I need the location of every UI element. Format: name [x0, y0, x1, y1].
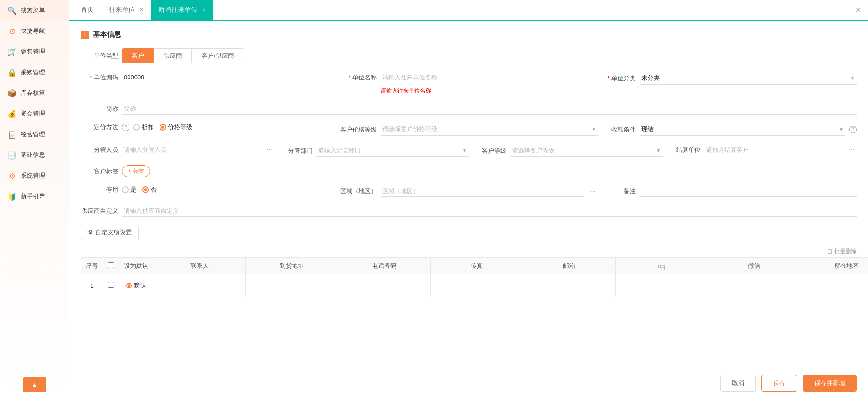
region-dots-btn[interactable]: ···: [588, 187, 598, 195]
td-region: [800, 274, 868, 297]
sidebar-item-finance[interactable]: 💰 资金管理: [0, 103, 69, 124]
th-contact: 联系人: [153, 258, 246, 274]
row-tags: 客户标签 + 标签: [81, 165, 857, 177]
sidebar-item-sales[interactable]: 🛒 销售管理: [0, 41, 69, 62]
disabled-radio-no[interactable]: 否: [142, 186, 157, 194]
th-email: 邮箱: [523, 258, 616, 274]
main-area: 首页 往来单位 × 新增往来单位 × × F 基本信息 单位类型 客户 供应商 …: [69, 0, 868, 396]
close-all-tabs[interactable]: ×: [852, 3, 864, 17]
td-qq: [616, 274, 708, 297]
wechat-input[interactable]: [713, 280, 795, 291]
name-label: 单位名称: [339, 73, 377, 82]
email-input[interactable]: [528, 280, 610, 291]
settlement-input[interactable]: [704, 144, 843, 155]
sidebar-item-inventory[interactable]: 📦 库存核算: [0, 83, 69, 103]
department-label: 分管部门: [275, 147, 312, 155]
shortname-input[interactable]: [122, 103, 857, 115]
fax-input[interactable]: [435, 280, 518, 291]
default-radio[interactable]: [126, 283, 132, 288]
tab-new-contact-close[interactable]: ×: [202, 7, 206, 13]
sidebar-item-operations[interactable]: 📋 经营管理: [0, 124, 69, 145]
region-input[interactable]: [381, 186, 584, 197]
sidebar-sales-label: 销售管理: [21, 47, 45, 56]
sidebar-item-basic-info[interactable]: 📑 基础信息: [0, 145, 69, 165]
field-name: 单位名称 请输入往来单位名称: [339, 72, 598, 95]
unit-btn-supplier[interactable]: 供应商: [154, 48, 192, 63]
qq-input[interactable]: [620, 280, 703, 291]
purchase-icon: 🔒: [8, 68, 17, 77]
unit-type-label: 单位类型: [81, 52, 118, 60]
field-tags: 客户标签 + 标签: [81, 165, 857, 177]
category-select[interactable]: 未分类 ▼: [640, 72, 857, 85]
sidebar-item-system[interactable]: ⚙ 系统管理: [0, 165, 69, 186]
th-phone: 电话号码: [338, 258, 431, 274]
row-disabled-region: 停用 是 否 区域（地区） ··· 备注: [81, 186, 857, 197]
save-new-button[interactable]: 保存并新增: [803, 375, 857, 392]
th-address: 到货地址: [246, 258, 338, 274]
pricing-help-icon[interactable]: ?: [122, 124, 129, 131]
form-content: F 基本信息 单位类型 客户 供应商 客户/供应商 单位编码 单位名称 请输入往…: [69, 21, 868, 370]
cancel-button[interactable]: 取消: [720, 375, 756, 392]
th-checkbox: [103, 258, 119, 274]
th-wechat: 微信: [708, 258, 800, 274]
section-header: F 基本信息: [81, 30, 857, 39]
tab-new-contact[interactable]: 新增往来单位 ×: [151, 0, 213, 21]
pricing-radio-level[interactable]: 价格等级: [160, 123, 192, 132]
pricing-radio-discount[interactable]: 折扣: [133, 123, 154, 132]
region-row-input[interactable]: [805, 280, 868, 291]
customer-price-select[interactable]: 请选择客户价格等级 ▼: [381, 123, 598, 136]
customer-level-select[interactable]: 请选择客户等级 ▼: [510, 144, 663, 157]
name-input[interactable]: [381, 72, 598, 83]
unit-btn-both[interactable]: 客户/供应商: [192, 48, 244, 63]
field-department: 分管部门 请输入分管部门 ▼: [275, 144, 469, 157]
sidebar-item-quick-nav[interactable]: ⊙ 快捷导航: [0, 21, 69, 41]
settlement-dots-btn[interactable]: ···: [847, 146, 857, 154]
field-pricing: 定价方法 ? 折扣 价格等级: [81, 123, 339, 132]
unit-btn-customer[interactable]: 客户: [122, 48, 154, 63]
disabled-radio-yes[interactable]: 是: [122, 186, 137, 194]
payment-term-select[interactable]: 现结 ▼: [640, 123, 845, 136]
td-wechat: [708, 274, 800, 297]
td-email: [523, 274, 616, 297]
tab-home[interactable]: 首页: [73, 0, 101, 21]
custom-settings-button[interactable]: ⚙ 自定义项设置: [81, 225, 139, 240]
sidebar-search-label: 搜索菜单: [21, 6, 45, 15]
batch-delete-label[interactable]: 批量删除: [834, 248, 857, 256]
remark-input[interactable]: [640, 186, 857, 197]
payment-term-help-icon[interactable]: ?: [849, 126, 857, 133]
phone-input[interactable]: [343, 280, 426, 291]
form-footer: 取消 保存 保存并新增: [69, 370, 868, 396]
table-header: 序号 设为默认 联系人 到货地址 电话号码 传真 邮箱 qq 微信 所在地区 操…: [81, 258, 868, 274]
batch-delete-area: ☐ 批量删除: [81, 248, 857, 256]
remark-label: 备注: [598, 187, 636, 195]
sidebar-item-purchase[interactable]: 🔒 采购管理: [0, 62, 69, 83]
sidebar-expand-btn[interactable]: ▲: [23, 377, 46, 392]
disabled-label: 停用: [81, 186, 118, 194]
basic-info-icon: 📑: [8, 150, 17, 160]
save-button[interactable]: 保存: [761, 375, 797, 392]
sidebar-operations-label: 经营管理: [21, 130, 45, 139]
manager-dots-btn[interactable]: ···: [265, 146, 274, 154]
th-fax: 传真: [431, 258, 523, 274]
row-checkbox[interactable]: [108, 282, 114, 288]
manager-input[interactable]: [122, 144, 261, 155]
section-icon: F: [81, 31, 89, 39]
td-contact: [153, 274, 246, 297]
tag-add-button[interactable]: + 标签: [122, 165, 150, 177]
tab-contacts[interactable]: 往来单位 ×: [101, 0, 151, 21]
supplier-custom-input[interactable]: [122, 205, 857, 217]
address-input[interactable]: [251, 280, 333, 291]
contact-input[interactable]: [158, 280, 241, 291]
tag-add-label: + 标签: [128, 167, 144, 175]
select-all-checkbox[interactable]: [108, 262, 114, 268]
field-code: 单位编码: [81, 72, 339, 83]
contacts-table: 序号 设为默认 联系人 到货地址 电话号码 传真 邮箱 qq 微信 所在地区 操…: [81, 257, 868, 297]
sidebar-item-search[interactable]: 🔍 搜索菜单: [0, 0, 69, 21]
code-input[interactable]: [122, 72, 339, 83]
discount-radio-circle: [133, 124, 140, 131]
sidebar-purchase-label: 采购管理: [21, 68, 45, 77]
sidebar-item-guide[interactable]: 🔰 新手引导: [0, 186, 69, 207]
tab-contacts-close[interactable]: ×: [140, 7, 143, 13]
department-select[interactable]: 请输入分管部门 ▼: [316, 144, 469, 157]
yes-radio-label: 是: [130, 186, 137, 194]
